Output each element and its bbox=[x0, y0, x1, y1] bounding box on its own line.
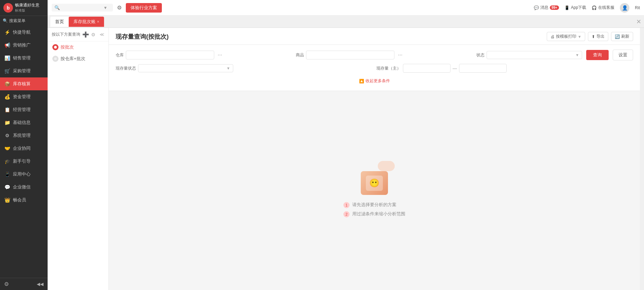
sidebar-item-label: 销售管理 bbox=[13, 55, 31, 61]
sidebar-logo: b 畅康通好生意 标准版 bbox=[0, 0, 48, 16]
print-btn[interactable]: 🖨 按模板打印 ▼ bbox=[547, 32, 585, 41]
refresh-btn[interactable]: 🔄 刷新 bbox=[611, 32, 633, 41]
add-scheme-btn[interactable]: ➕ bbox=[82, 31, 89, 38]
home-tab-label: 首页 bbox=[55, 19, 64, 25]
service-icon: 🎧 bbox=[592, 5, 597, 10]
search-icon: 🔍 bbox=[3, 18, 8, 23]
sidebar-item-wechat[interactable]: 💬 企业微信 bbox=[0, 181, 48, 194]
sidebar-item-quicknav[interactable]: ⚡ 快捷导航 bbox=[0, 26, 48, 39]
topbar: 🔍 ▼ ⚙ 体验行业方案 💬 消息 99+ 📱 App下载 🎧 在线客服 👤 bbox=[48, 0, 644, 16]
sidebar-item-label: 快捷导航 bbox=[13, 29, 31, 35]
tab-inventory-batch[interactable]: 库存批次账 × bbox=[69, 17, 104, 27]
tab-home[interactable]: 首页 bbox=[50, 17, 69, 27]
hint-item-1: 1 请先选择要分析的方案 bbox=[343, 202, 405, 208]
sidebar-item-purchase[interactable]: 🛒 采购管理 bbox=[0, 65, 48, 77]
empty-cloud bbox=[378, 161, 395, 171]
scheme-icon-batch bbox=[52, 44, 58, 50]
appstore-icon: 📱 bbox=[4, 171, 10, 177]
company-name: 畅康通好生意 bbox=[15, 3, 39, 8]
topbar-messages[interactable]: 💬 消息 99+ bbox=[534, 5, 559, 11]
inventory-status-label: 现存量状态 bbox=[116, 66, 136, 71]
sidebar-item-label: 应用中心 bbox=[13, 171, 31, 177]
inventory-qty-to[interactable] bbox=[459, 64, 507, 73]
scheme-settings-btn[interactable]: ⚙ bbox=[91, 32, 96, 37]
newbie-icon: 🎓 bbox=[4, 158, 10, 164]
sidebar-settings-icon[interactable]: ⚙ bbox=[4, 281, 9, 287]
active-tab-label: 库存批次账 bbox=[73, 19, 96, 25]
hint-item-2: 2 用过滤条件来缩小分析范围 bbox=[343, 211, 405, 217]
sidebar-item-label: 系统管理 bbox=[13, 132, 31, 139]
warehouse-input[interactable] bbox=[126, 51, 214, 59]
topbar-search-input[interactable] bbox=[61, 5, 102, 10]
sidebar-search[interactable]: 🔍 搜索菜单 bbox=[0, 16, 48, 26]
scheme-warehouse-batch-label: 按仓库+批次 bbox=[61, 56, 85, 62]
sidebar-item-inventory[interactable]: 📦 库存核算 bbox=[0, 77, 48, 90]
warehouse-more-btn[interactable]: ··· bbox=[216, 52, 223, 58]
print-label: 按模板打印 bbox=[556, 34, 576, 39]
search-label: 搜索菜单 bbox=[9, 18, 26, 24]
dash-separator: — bbox=[453, 66, 457, 71]
operations-icon: 📋 bbox=[4, 107, 10, 113]
system-icon: ⚙ bbox=[4, 132, 10, 139]
collapse-more-btn[interactable]: 🔼 收起更多条件 bbox=[116, 76, 633, 86]
scheme-by-warehouse-batch[interactable]: 按仓库+批次 bbox=[48, 53, 108, 65]
marketing-icon: 📢 bbox=[4, 42, 10, 48]
svg-point-1 bbox=[54, 57, 57, 60]
topbar-online-service[interactable]: 🎧 在线客服 bbox=[592, 5, 614, 11]
right-scrollbar bbox=[640, 28, 644, 290]
settings-setup-btn[interactable]: 设置 bbox=[613, 50, 633, 60]
inv-status-dropdown-icon: ▼ bbox=[226, 66, 230, 70]
hint-text-2: 用过滤条件来缩小分析范围 bbox=[352, 211, 405, 217]
filter-inventory-qty: 现存量（主） — bbox=[376, 64, 633, 73]
sidebar-item-appstore[interactable]: 📱 应用中心 bbox=[0, 168, 48, 181]
panel-close-btn[interactable]: ✕ bbox=[636, 18, 641, 25]
sidebar-item-finance[interactable]: 💰 资金管理 bbox=[0, 90, 48, 103]
sidebar-item-label: 经营管理 bbox=[13, 107, 31, 113]
filter-warehouse: 仓库 ··· bbox=[116, 51, 292, 59]
query-btn[interactable]: 查询 bbox=[586, 50, 609, 60]
svg-point-0 bbox=[54, 46, 57, 49]
purchase-icon: 🛒 bbox=[4, 68, 10, 74]
inventory-icon: 📦 bbox=[4, 81, 10, 87]
service-label: 在线客服 bbox=[598, 5, 614, 11]
status-select[interactable]: ▼ bbox=[487, 51, 582, 59]
messages-label: 消息 bbox=[540, 5, 548, 11]
sidebar-item-collab[interactable]: 🤝 企业协同 bbox=[0, 142, 48, 155]
sidebar-collapse-btn[interactable]: ◀◀ bbox=[37, 282, 44, 287]
scheme-by-batch[interactable]: 按批次 bbox=[48, 41, 108, 53]
sidebar-item-newbie[interactable]: 🎓 新手引导 bbox=[0, 155, 48, 168]
empty-illustration: 😶 bbox=[354, 161, 395, 195]
sidebar-item-marketing[interactable]: 📢 营销推广 bbox=[0, 39, 48, 52]
print-dropdown-icon[interactable]: ▼ bbox=[578, 35, 581, 39]
filter-product: 商品 ··· bbox=[296, 51, 472, 59]
sidebar-item-label: 基础信息 bbox=[13, 120, 31, 126]
topbar-search-icon: 🔍 bbox=[54, 5, 60, 10]
left-panel-header: 按以下方案查询 ➕ ⚙ ≪ bbox=[48, 28, 108, 41]
sidebar-item-label: 新手引导 bbox=[13, 158, 31, 164]
sidebar-item-operations[interactable]: 📋 经营管理 bbox=[0, 103, 48, 116]
topbar-dropdown-icon[interactable]: ▼ bbox=[103, 5, 107, 10]
sidebar-item-system[interactable]: ⚙ 系统管理 bbox=[0, 129, 48, 142]
export-btn[interactable]: ⬆ 导出 bbox=[588, 32, 608, 41]
topbar-app-download[interactable]: 📱 App下载 bbox=[564, 5, 586, 11]
inventory-qty-from[interactable] bbox=[403, 64, 451, 73]
wechat-icon: 💬 bbox=[4, 184, 10, 190]
topbar-gear-icon[interactable]: ⚙ bbox=[116, 3, 123, 12]
avatar-icon: 👤 bbox=[622, 5, 628, 11]
trial-btn[interactable]: 体验行业方案 bbox=[126, 3, 162, 13]
inventory-qty-label: 现存量（主） bbox=[376, 66, 401, 71]
left-panel-collapse-btn[interactable]: ≪ bbox=[100, 32, 104, 37]
tab-close-btn[interactable]: × bbox=[97, 19, 99, 24]
page-title-row: 现存量查询(按批次) 🖨 按模板打印 ▼ ⬆ 导出 🔄 bbox=[116, 32, 633, 44]
empty-box-inner: 😶 bbox=[366, 176, 383, 191]
refresh-label: 刷新 bbox=[621, 34, 629, 39]
sidebar-item-basic[interactable]: 📁 基础信息 bbox=[0, 116, 48, 129]
sidebar-item-label: 企业微信 bbox=[13, 184, 31, 190]
export-icon: ⬆ bbox=[592, 34, 595, 39]
empty-box: 😶 bbox=[361, 171, 388, 195]
sidebar-item-sales[interactable]: 📊 销售管理 bbox=[0, 52, 48, 65]
sidebar-item-member[interactable]: 👑 畅会员 bbox=[0, 194, 48, 206]
product-more-btn[interactable]: ··· bbox=[396, 52, 404, 58]
product-input[interactable] bbox=[306, 51, 394, 59]
inventory-status-select[interactable]: ▼ bbox=[138, 64, 233, 72]
